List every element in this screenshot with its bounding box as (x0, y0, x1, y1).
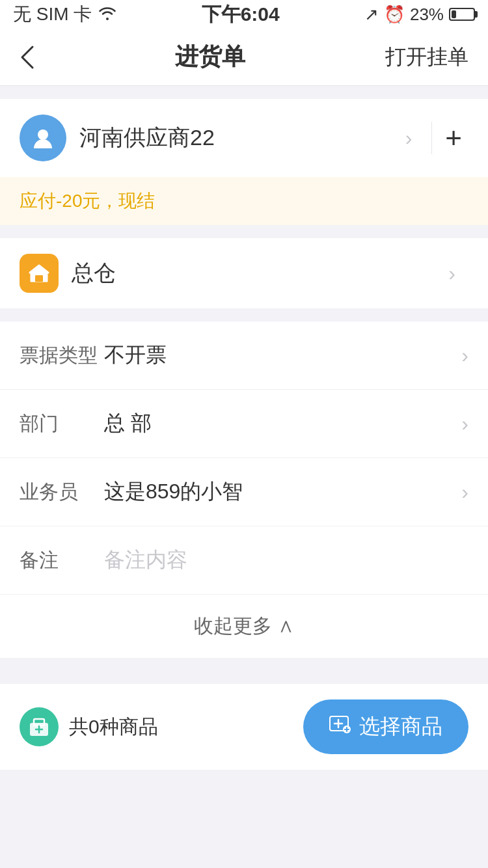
notice-text: 应付-20元，现结 (20, 191, 155, 211)
status-right: ↗ ⏰ 23% (364, 5, 475, 25)
wifi-icon (98, 4, 116, 25)
salesman-label: 业务员 (20, 479, 104, 506)
remark-input[interactable]: 备注内容 (104, 546, 468, 575)
product-count-area: 共0种商品 (20, 707, 158, 746)
warehouse-chevron-icon: › (448, 262, 455, 286)
battery-text: 23% (410, 5, 444, 25)
form-section: 票据类型 不开票 › 部门 总 部 › 业务员 这是859的小智 › 备注 备注… (0, 321, 488, 658)
location-icon: ↗ (364, 5, 379, 25)
supplier-section: 河南供应商22 › + 应付-20元，现结 (0, 99, 488, 225)
product-icon (20, 707, 59, 746)
product-count-text: 共0种商品 (69, 714, 158, 740)
collapse-button[interactable]: 收起更多 ∧ (0, 594, 488, 658)
bill-type-chevron-icon: › (461, 344, 468, 368)
select-product-button[interactable]: 选择商品 (303, 699, 468, 754)
department-label: 部门 (20, 411, 104, 437)
select-product-icon (329, 716, 351, 739)
section-gap-3 (0, 308, 488, 321)
salesman-row[interactable]: 业务员 这是859的小智 › (0, 458, 488, 526)
battery-icon (449, 8, 475, 21)
add-supplier-button[interactable]: + (439, 122, 468, 154)
supplier-chevron-icon: › (405, 126, 413, 150)
status-bar: 无 SIM 卡 下午6:04 ↗ ⏰ 23% (0, 0, 488, 29)
department-row[interactable]: 部门 总 部 › (0, 390, 488, 458)
warehouse-name: 总仓 (72, 258, 448, 288)
notice-bar: 应付-20元，现结 (0, 177, 488, 225)
svg-point-0 (38, 129, 48, 140)
warehouse-row[interactable]: 总仓 › (0, 238, 488, 308)
remark-label: 备注 (20, 547, 104, 574)
status-time: 下午6:04 (202, 1, 280, 28)
back-button[interactable] (20, 44, 35, 70)
section-gap-1 (0, 86, 488, 99)
section-gap-2 (0, 225, 488, 238)
department-chevron-icon: › (461, 412, 468, 436)
nav-bar: 进货单 打开挂单 (0, 29, 488, 86)
salesman-chevron-icon: › (461, 480, 468, 504)
svg-rect-1 (35, 275, 43, 282)
open-pending-button[interactable]: 打开挂单 (385, 43, 468, 72)
select-product-label: 选择商品 (359, 712, 442, 741)
bottom-bar: 共0种商品 选择商品 (0, 684, 488, 770)
supplier-name: 河南供应商22 (79, 123, 405, 153)
page-title: 进货单 (175, 41, 245, 73)
bill-type-value: 不开票 (104, 341, 461, 370)
section-gap-4 (0, 658, 488, 671)
bill-type-row[interactable]: 票据类型 不开票 › (0, 321, 488, 390)
supplier-row[interactable]: 河南供应商22 › + (0, 99, 488, 177)
vertical-divider (431, 122, 432, 154)
carrier-text: 无 SIM 卡 (13, 2, 92, 27)
warehouse-icon (20, 254, 59, 293)
collapse-text: 收起更多 ∧ (194, 613, 293, 640)
supplier-avatar (20, 115, 66, 161)
alarm-icon: ⏰ (384, 5, 405, 25)
bill-type-label: 票据类型 (20, 342, 104, 369)
department-value: 总 部 (104, 409, 461, 438)
status-left: 无 SIM 卡 (13, 2, 116, 27)
remark-row[interactable]: 备注 备注内容 (0, 526, 488, 594)
salesman-value: 这是859的小智 (104, 478, 461, 506)
